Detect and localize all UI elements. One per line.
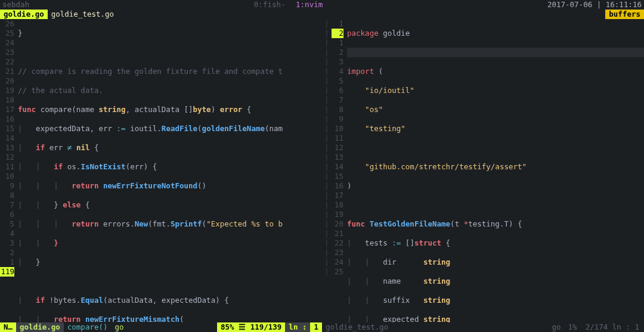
- gutter-line-number: 17: [332, 191, 343, 200]
- split-indicator: |: [322, 124, 332, 134]
- split-indicator: |: [322, 57, 332, 67]
- menu-icon: ☰: [239, 322, 246, 331]
- gutter-line-number: 119: [0, 267, 14, 277]
- brace: }: [18, 29, 23, 38]
- tmux-date: 2017-07-06: [547, 0, 592, 9]
- split-indicator: |: [322, 114, 332, 124]
- split-indicator: |: [322, 48, 332, 57]
- gutter-line-number: 25: [0, 29, 14, 38]
- split-indicator: |: [322, 19, 332, 29]
- gutter-line-number: 17: [0, 105, 14, 114]
- left-pane[interactable]: 2625242322212019181716151413121110987654…: [0, 19, 322, 322]
- right-pane[interactable]: ||||||||||||||||||||||||||| 121234567891…: [322, 19, 644, 322]
- gutter-line-number: 24: [332, 257, 343, 267]
- gutter-line-number: 1: [332, 38, 343, 48]
- gutter-line-number: 22: [332, 238, 343, 248]
- tmux-time: 16:11:16: [606, 0, 642, 9]
- status-right: goldie_test.go go 1% 2/174 ln : 1: [322, 322, 644, 332]
- split-indicator: |: [322, 162, 332, 172]
- gutter-line-number: 13: [0, 143, 14, 153]
- gutter-line-number: 22: [0, 57, 14, 67]
- split-indicator: |: [322, 86, 332, 95]
- cursor-line: [347, 48, 644, 57]
- gutter-line-number: 18: [0, 95, 14, 105]
- gutter-line-number: 16: [332, 181, 343, 191]
- split-indicator: |: [322, 172, 332, 181]
- gutter-line-number: 12: [332, 143, 343, 153]
- gutter-line-number: 25: [332, 267, 343, 277]
- split-indicator: |: [322, 67, 332, 76]
- statusline-col: 1: [310, 322, 322, 332]
- gutter-line-number: 24: [0, 38, 14, 48]
- left-gutter: 2625242322212019181716151413121110987654…: [0, 19, 18, 322]
- gutter-line-number: 2: [332, 48, 343, 57]
- gutter-line-number: 7: [0, 200, 14, 210]
- statusline-filetype: go: [112, 322, 128, 332]
- right-gutter: 1212345678910111213141516171819202122232…: [332, 19, 347, 322]
- tmux-session-name: sebdah: [2, 0, 29, 10]
- split-indicator: |: [322, 267, 332, 277]
- tmux-window-1[interactable]: 1:nvim: [296, 0, 323, 9]
- gutter-line-number: 11: [0, 162, 14, 172]
- gutter-line-number: 13: [332, 153, 343, 162]
- status-left: N… goldie.go compare() go 85% ☰ 119/139 …: [0, 322, 322, 332]
- gutter-line-number: 3: [332, 57, 343, 67]
- split-indicator: |: [322, 257, 332, 267]
- gutter-line-number: 9: [0, 181, 14, 191]
- split-indicator: |: [322, 153, 332, 162]
- gutter-line-number: 11: [332, 134, 343, 143]
- gutter-line-number: 15: [0, 124, 14, 134]
- split-indicator: |: [322, 238, 332, 248]
- statusline-percent: 85% ☰ 119/139: [217, 322, 285, 332]
- split-indicator: |: [322, 76, 332, 86]
- buffers-label: buffers: [605, 10, 644, 19]
- gutter-line-number: 7: [332, 95, 343, 105]
- split-indicator: |: [322, 200, 332, 210]
- gutter-line-number: 10: [332, 124, 343, 134]
- gutter-line-number: 15: [332, 172, 343, 181]
- editor-split: 2625242322212019181716151413121110987654…: [0, 19, 644, 322]
- gutter-line-number: 20: [0, 76, 14, 86]
- gutter-line-number: 10: [0, 172, 14, 181]
- tmux-window-0[interactable]: 0:fish-: [254, 0, 286, 9]
- gutter-line-number: 2: [332, 29, 343, 38]
- gutter-line-number: 19: [0, 86, 14, 95]
- split-indicator: |: [322, 219, 332, 229]
- gutter-line-number: 2: [0, 248, 14, 257]
- gutter-line-number: 23: [332, 248, 343, 257]
- gutter-line-number: 1: [0, 257, 14, 267]
- tmux-datetime: 2017-07-06 | 16:11:16: [547, 0, 642, 10]
- split-indicator: |: [322, 29, 332, 38]
- comment: // the actual data.: [18, 86, 103, 95]
- gutter-line-number: 3: [0, 238, 14, 248]
- tab-goldie-test-go[interactable]: goldie_test.go: [48, 10, 117, 19]
- status-bar: N… goldie.go compare() go 85% ☰ 119/139 …: [0, 322, 644, 332]
- gutter-line-number: 14: [0, 134, 14, 143]
- gutter-line-number: 1: [332, 19, 343, 29]
- mode-indicator: N…: [0, 322, 16, 332]
- statusline-right-filetype: go: [549, 322, 565, 332]
- statusline-right-percent: 1%: [565, 322, 581, 332]
- gutter-line-number: 12: [0, 153, 14, 162]
- right-code[interactable]: package goldie import ( "io/ioutil" "os"…: [347, 19, 644, 322]
- gutter-line-number: 4: [332, 67, 343, 76]
- tab-goldie-go[interactable]: goldie.go: [0, 10, 48, 19]
- split-indicator: |: [322, 229, 332, 238]
- gutter-line-number: 5: [0, 219, 14, 229]
- split-indicator: |: [322, 210, 332, 219]
- gutter-line-number: 5: [332, 76, 343, 86]
- gutter-line-number: 21: [332, 229, 343, 238]
- statusline-right-filename: goldie_test.go: [322, 322, 549, 332]
- split-indicator: |: [322, 134, 332, 143]
- statusline-right-pos: 2/174 ln : 1: [581, 322, 644, 332]
- buffer-tabs: goldie.go goldie_test.go buffers: [0, 10, 644, 19]
- gutter-line-number: 18: [332, 200, 343, 210]
- split-indicator: |: [322, 181, 332, 191]
- split-indicator: |: [322, 105, 332, 114]
- gutter-line-number: 14: [332, 162, 343, 172]
- blank: [18, 48, 322, 57]
- gutter-line-number: 16: [0, 114, 14, 124]
- left-code[interactable]: } // compare is reading the golden fixtu…: [18, 19, 322, 322]
- gutter-line-number: 26: [0, 19, 14, 29]
- statusline-col-label: ln :: [285, 322, 310, 332]
